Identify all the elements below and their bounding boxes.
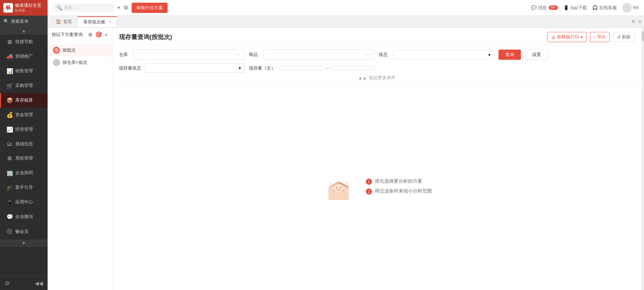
tab-home[interactable]: 🏠 首页: [50, 17, 78, 27]
warehouse-more-icon[interactable]: ···: [235, 52, 241, 58]
tab-bar: 🏠 首页 库存批次账 × ✕ ≡: [48, 16, 644, 28]
sidebar-item-sales[interactable]: 📊 销售管理: [0, 64, 48, 78]
topbar-search-box[interactable]: 🔍 搜索...: [53, 3, 114, 12]
more-pages-icon[interactable]: ≡: [638, 19, 641, 25]
inventory-icon: 📦: [6, 97, 13, 104]
status-select[interactable]: ▾: [393, 50, 494, 59]
topbar-right: 💬 消息 99+ 📱 App下载 🎧 在线客服 Rit: [531, 3, 639, 13]
export-btn[interactable]: ↑ 导出: [590, 32, 610, 42]
collapse-left-btn[interactable]: «: [105, 32, 108, 38]
sidebar-item-newbie[interactable]: 🎓 新手引导: [0, 180, 48, 195]
qty-dash: —: [325, 66, 329, 71]
sidebar-item-marketing[interactable]: 📣 营销推广: [0, 49, 48, 64]
sidebar-item-label: 资金管理: [15, 112, 33, 118]
inventory-status-dropdown-icon: ▾: [239, 66, 241, 71]
app-download-btn[interactable]: 📱 App下载: [563, 5, 587, 11]
messages-btn[interactable]: 💬 消息 99+: [531, 5, 558, 11]
sidebar-item-system[interactable]: ⚙ 系统管理: [0, 151, 48, 166]
scrollbar-thumb: [642, 31, 644, 41]
sidebar-item-label: 销售管理: [15, 68, 33, 74]
sidebar-item-label: 经营管理: [15, 126, 33, 132]
tab-inventory-batch[interactable]: 库存批次账 ×: [78, 16, 117, 27]
online-service-btn[interactable]: 🎧 在线客服: [592, 5, 617, 11]
svg-point-9: [340, 187, 341, 188]
product-label: 商品: [249, 52, 261, 58]
empty-text-container: 1 请先选择要分析的方案 2 用过滤条件来缩小分析范围: [366, 178, 432, 198]
warehouse-input[interactable]: ···: [133, 50, 245, 60]
online-service-label: 在线客服: [599, 5, 617, 11]
filter-row-1: 仓库 ··· 商品 ···: [119, 49, 634, 60]
plan-item-label: 按批次: [63, 47, 76, 53]
finance-icon: 💰: [6, 112, 13, 118]
scroll-up-btn[interactable]: ▲: [0, 27, 48, 35]
svg-point-7: [334, 184, 344, 192]
user-name: Rit: [633, 5, 639, 10]
right-main: 现存量查询(按批次) 🖨 按模板打印 ▾ ↑ 导出 ↺ 刷新: [112, 28, 641, 290]
sidebar-item-label: 新手引导: [15, 184, 33, 191]
export-label: 导出: [597, 34, 606, 40]
inventory-status-select[interactable]: ▾: [145, 64, 245, 73]
search-label: 搜索菜单: [11, 18, 29, 24]
sales-icon: 📊: [6, 68, 13, 74]
right-scrollbar[interactable]: [641, 28, 644, 290]
plan-settings-btn[interactable]: 🎯: [95, 31, 102, 38]
close-page-icon[interactable]: ✕: [631, 18, 635, 25]
refresh-label: 刷新: [622, 34, 631, 40]
template-print-btn[interactable]: 🖨 按模板打印 ▾: [547, 32, 587, 42]
sidebar-item-wechat[interactable]: 💬 企业微信: [0, 210, 48, 224]
sidebar-item-operations[interactable]: 📈 经营管理: [0, 122, 48, 137]
sidebar-item-purchase[interactable]: 🛒 采购管理: [0, 78, 48, 93]
app-title: 畅康通好生意: [15, 3, 41, 8]
empty-hint-1: 1 请先选择要分析的方案: [366, 178, 432, 185]
query-btn[interactable]: 查询: [498, 50, 521, 60]
scroll-down-btn[interactable]: ▼: [0, 239, 48, 247]
tab-close-btn[interactable]: ×: [109, 20, 111, 24]
phone-icon: 📱: [563, 5, 569, 10]
page-content: 按以下方案查询 ⊕ 🎯 « 按批次 按仓: [48, 28, 644, 290]
empty-svg: [322, 171, 356, 205]
sidebar-item-apps[interactable]: 📱 应用中心: [0, 195, 48, 210]
status-dropdown-icon: ▾: [488, 52, 491, 57]
filter-settings-btn[interactable]: 设置: [525, 49, 548, 60]
collapse-sidebar-icon[interactable]: ◀◀: [35, 280, 43, 287]
sidebar-item-enterprise[interactable]: 🏢 企业协同: [0, 166, 48, 180]
inventory-qty-min[interactable]: [279, 66, 323, 70]
page-header-actions: 🖨 按模板打印 ▾ ↑ 导出 ↺ 刷新: [547, 32, 635, 42]
sidebar-search[interactable]: 🔍 搜索菜单: [0, 16, 48, 27]
sidebar-item-finance[interactable]: 💰 资金管理: [0, 108, 48, 122]
plan-item-by-batch[interactable]: 按批次: [48, 44, 112, 56]
sidebar-item-label: 营销推广: [15, 53, 33, 59]
warehouse-filter: 仓库 ···: [119, 50, 245, 60]
page-title: 现存量查询(按批次): [119, 33, 172, 41]
empty-state: 1 请先选择要分析的方案 2 用过滤条件来缩小分析范围: [112, 86, 641, 290]
trial-btn[interactable]: 体验行业方案: [132, 3, 168, 13]
apps-icon: 📱: [6, 199, 13, 205]
topbar-dropdown[interactable]: ▾: [118, 5, 120, 10]
export-icon: ↑: [594, 35, 596, 40]
left-panel: 按以下方案查询 ⊕ 🎯 « 按批次 按仓: [48, 28, 112, 290]
sidebar-item-inventory[interactable]: 📦 库存核算: [0, 93, 48, 108]
add-plan-btn[interactable]: ⊕: [88, 31, 92, 38]
plan-item-label: 按仓库+批次: [63, 59, 87, 66]
collapse-more-btn[interactable]: ▲▲ 收起更多条件: [119, 73, 634, 81]
collapse-icon: ▲▲: [358, 75, 367, 80]
purchase-icon: 🛒: [6, 83, 13, 89]
app-download-label: App下载: [570, 5, 587, 11]
basic-icon: 🗂: [6, 141, 13, 147]
sidebar-item-quick-nav[interactable]: ⊞ 快捷导航: [0, 35, 48, 49]
sidebar-item-member[interactable]: Ⓥ 畅会员: [0, 224, 48, 239]
product-input[interactable]: ···: [263, 50, 375, 60]
dropdown-arrow-icon: ▾: [118, 5, 120, 10]
inventory-qty-max[interactable]: [332, 66, 375, 70]
plan-item-by-warehouse-batch[interactable]: 按仓库+批次: [48, 56, 112, 69]
user-avatar-area[interactable]: Rit: [622, 3, 639, 13]
topbar-gear-icon[interactable]: ⚙: [123, 4, 128, 11]
product-more-icon[interactable]: ···: [365, 52, 371, 58]
sidebar-item-label: 快捷导航: [15, 39, 33, 45]
operations-icon: 📈: [6, 126, 13, 133]
sidebar-item-basic[interactable]: 🗂 基础信息: [0, 137, 48, 151]
refresh-btn[interactable]: ↺ 刷新: [613, 32, 634, 42]
settings-icon[interactable]: ⚙: [5, 280, 10, 287]
collapse-label: 收起更多条件: [369, 75, 395, 81]
avatar: [622, 3, 632, 13]
